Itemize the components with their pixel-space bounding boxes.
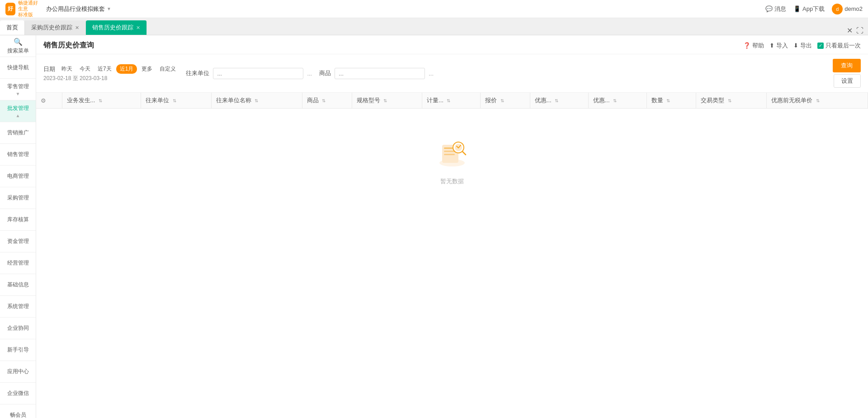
date-filter-label: 日期 <box>43 65 55 73</box>
message-button[interactable]: 💬 消息 <box>765 5 786 13</box>
sort-icon: ⇅ <box>555 98 558 103</box>
from-unit-input[interactable] <box>213 68 303 79</box>
th-from-unit-name[interactable]: 往来单位名称 ⇅ <box>211 93 302 109</box>
only-last-checkbox[interactable]: ✓ 只看最后一次 <box>817 42 861 50</box>
sort-icon: ⇅ <box>816 98 820 103</box>
page-actions: ❓ 帮助 ⬆ 导入 ⬇ 导出 ✓ 只看最后一次 <box>743 42 861 50</box>
content-area: 销售历史价查询 ❓ 帮助 ⬆ 导入 ⬇ 导出 ✓ <box>36 35 868 418</box>
filter-right-actions: 查询 设置 <box>833 59 861 88</box>
th-spec[interactable]: 规格型号 ⇅ <box>352 93 422 109</box>
sidebar-item-app-center[interactable]: 应用中心 <box>0 361 36 383</box>
table-area: ⚙ 业务发生... ⇅ 往来单位 ⇅ 往来单位名称 <box>36 93 868 418</box>
tab-home[interactable]: 首页 <box>0 20 25 35</box>
sort-icon: ⇅ <box>383 98 387 103</box>
sort-icon: ⇅ <box>173 98 176 103</box>
close-all-tabs-button[interactable]: ✕ <box>847 26 853 35</box>
export-icon: ⬇ <box>793 42 798 49</box>
sidebar-item-retail-mgmt[interactable]: 零售管理 ▼ <box>0 79 36 100</box>
logo-icon: 好 <box>5 3 15 15</box>
date-range-display: 2023-02-18 至 2023-03-18 <box>43 75 179 82</box>
th-biz-date[interactable]: 业务发生... ⇅ <box>62 93 141 109</box>
product-dots: ... <box>429 70 434 77</box>
th-product[interactable]: 商品 ⇅ <box>302 93 352 109</box>
sidebar-item-beginner-guide[interactable]: 新手引导 <box>0 339 36 361</box>
avatar: d <box>832 4 843 14</box>
help-icon: ❓ <box>743 42 750 49</box>
app-selector[interactable]: 办公用品行业模拟账套 ▼ <box>46 5 111 13</box>
expand-button[interactable]: ⛶ <box>856 27 863 35</box>
search-icon: 🔍 <box>14 38 23 46</box>
sidebar-item-operations-mgmt[interactable]: 经营管理 <box>0 252 36 274</box>
th-discount1[interactable]: 优惠... ⇅ <box>530 93 588 109</box>
th-from-unit[interactable]: 往来单位 ⇅ <box>141 93 212 109</box>
sort-icon: ⇅ <box>255 98 258 103</box>
sidebar-item-quick-nav[interactable]: 快捷导航 <box>0 57 36 79</box>
sidebar-item-finance-mgmt[interactable]: 资金管理 <box>0 231 36 252</box>
table-header-row: ⚙ 业务发生... ⇅ 往来单位 ⇅ 往来单位名称 <box>36 93 868 109</box>
sidebar-item-basic-info[interactable]: 基础信息 <box>0 274 36 296</box>
sidebar-item-enterprise-collab[interactable]: 企业协同 <box>0 318 36 339</box>
svg-rect-2 <box>444 147 453 149</box>
sidebar-item-member[interactable]: 畅会员 <box>0 404 36 418</box>
empty-state: 暂无数据 <box>36 109 868 213</box>
product-input[interactable] <box>335 68 425 79</box>
tab-sales-history[interactable]: 销售历史价跟踪 ✕ <box>86 20 147 35</box>
close-tab-sales-history[interactable]: ✕ <box>136 25 140 31</box>
sort-icon: ⇅ <box>728 98 731 103</box>
date-opt-yesterday[interactable]: 昨天 <box>59 64 75 74</box>
page: 销售历史价查询 ❓ 帮助 ⬆ 导入 ⬇ 导出 ✓ <box>36 35 868 418</box>
th-unit[interactable]: 计量... ⇅ <box>422 93 481 109</box>
sidebar-item-wholesale-mgmt[interactable]: 批发管理 ▲ <box>0 100 36 122</box>
settings-button[interactable]: 设置 <box>834 74 861 88</box>
help-button[interactable]: ❓ 帮助 <box>743 42 764 50</box>
app-download-button[interactable]: 📱 App下载 <box>793 5 825 13</box>
topbar: 好 畅捷通好生意 标准版 办公用品行业模拟账套 ▼ 💬 消息 📱 App下载 d… <box>0 0 868 18</box>
import-button[interactable]: ⬆ 导入 <box>769 42 788 50</box>
th-gear[interactable]: ⚙ <box>36 93 62 109</box>
sidebar-item-search-menu[interactable]: 🔍 搜索菜单 <box>0 35 36 57</box>
close-tab-purchase-history[interactable]: ✕ <box>75 25 79 31</box>
date-opt-last1m[interactable]: 近1月 <box>116 64 137 74</box>
filter-bar: 日期 昨天 今天 近7天 近1月 更多 自定义 2023-02-18 至 202… <box>36 54 868 93</box>
user-menu[interactable]: d demo2 <box>832 4 863 14</box>
date-opt-custom[interactable]: 自定义 <box>157 64 179 74</box>
query-button[interactable]: 查询 <box>833 59 861 72</box>
tab-purchase-history[interactable]: 采购历史价跟踪 ✕ <box>25 20 86 35</box>
chevron-down-icon: ▼ <box>107 6 111 11</box>
logo-text: 畅捷通好生意 标准版 <box>18 0 42 18</box>
sidebar-item-system-mgmt[interactable]: 系统管理 <box>0 296 36 318</box>
date-opt-today[interactable]: 今天 <box>77 64 93 74</box>
topbar-right: 💬 消息 📱 App下载 d demo2 <box>765 4 863 14</box>
tabbar-actions: ✕ ⛶ <box>847 26 868 35</box>
page-title: 销售历史价查询 <box>43 41 94 50</box>
sidebar-item-purchase-mgmt[interactable]: 采购管理 <box>0 187 36 209</box>
product-filter: 商品 ... <box>319 68 434 79</box>
checkbox-icon: ✓ <box>817 43 824 49</box>
th-trade-type[interactable]: 交易类型 ⇅ <box>696 93 767 109</box>
product-label: 商品 <box>319 69 331 77</box>
gear-icon[interactable]: ⚙ <box>41 97 46 104</box>
th-quote[interactable]: 报价 ⇅ <box>480 93 530 109</box>
date-opt-more[interactable]: 更多 <box>139 64 155 74</box>
date-options: 昨天 今天 近7天 近1月 更多 自定义 <box>59 64 179 74</box>
sidebar-item-marketing[interactable]: 营销推广 <box>0 122 36 144</box>
sidebar-item-enterprise-wechat[interactable]: 企业微信 <box>0 383 36 404</box>
sort-icon: ⇅ <box>99 98 102 103</box>
sidebar-item-ecommerce-mgmt[interactable]: 电商管理 <box>0 166 36 187</box>
th-pre-tax-price[interactable]: 优惠前无税单价 ⇅ <box>766 93 868 109</box>
import-icon: ⬆ <box>769 42 774 49</box>
sidebar-item-inventory[interactable]: 库存核算 <box>0 209 36 231</box>
message-icon: 💬 <box>765 5 773 12</box>
chevron-up-icon: ▲ <box>16 113 20 118</box>
th-qty[interactable]: 数量 ⇅ <box>646 93 696 109</box>
export-button[interactable]: ⬇ 导出 <box>793 42 812 50</box>
logo-area: 好 畅捷通好生意 标准版 <box>5 0 42 18</box>
sidebar-item-sales-mgmt[interactable]: 销售管理 <box>0 144 36 166</box>
date-opt-last7[interactable]: 近7天 <box>95 64 114 74</box>
th-discount2[interactable]: 优惠... ⇅ <box>588 93 646 109</box>
main-layout: 🔍 搜索菜单 快捷导航 零售管理 ▼ 批发管理 ▲ 营销推广 销售管理 电商管理… <box>0 35 868 418</box>
sort-icon: ⇅ <box>613 98 617 103</box>
from-unit-dots: ... <box>307 70 312 77</box>
tabbar: 首页 采购历史价跟踪 ✕ 销售历史价跟踪 ✕ ✕ ⛶ <box>0 18 868 35</box>
filter-date-section: 日期 昨天 今天 近7天 近1月 更多 自定义 2023-02-18 至 202… <box>43 64 179 82</box>
